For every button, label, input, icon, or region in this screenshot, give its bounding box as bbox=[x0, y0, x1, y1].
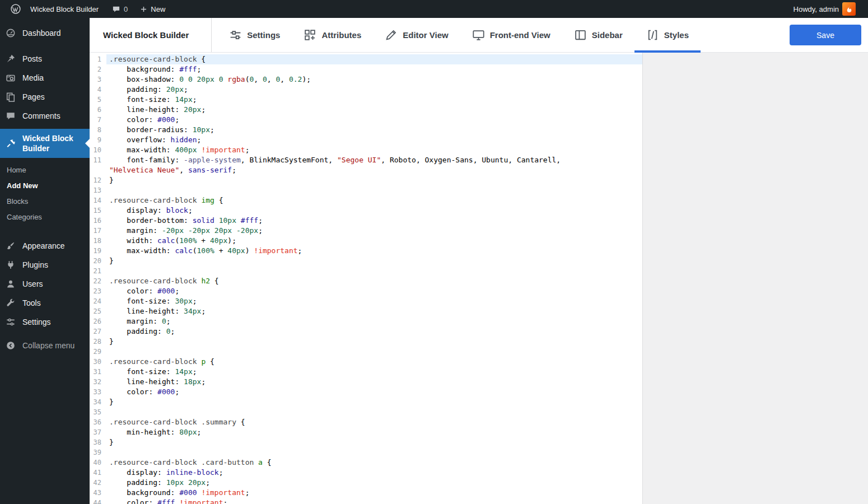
admin-bar-new[interactable]: New bbox=[136, 0, 170, 18]
wrench-icon bbox=[6, 298, 17, 308]
code-line[interactable]: 3 box-shadow: 0 0 20px 0 rgba(0, 0, 0, 0… bbox=[90, 74, 642, 85]
code-line[interactable]: 27 padding: 0; bbox=[90, 326, 642, 337]
avatar bbox=[842, 2, 856, 16]
css-code-editor[interactable]: 1.resource-card-block {2 background: #ff… bbox=[90, 53, 643, 504]
code-line[interactable]: 29 bbox=[90, 347, 642, 357]
code-line[interactable]: 43 background: #000 !important; bbox=[90, 488, 642, 498]
code-line[interactable]: 34} bbox=[90, 397, 642, 407]
code-line[interactable]: 24 font-size: 30px; bbox=[90, 296, 642, 306]
code-line[interactable]: 21 bbox=[90, 266, 642, 276]
code-line[interactable]: "Helvetica Neue", sans-serif; bbox=[90, 165, 642, 175]
code-line[interactable]: 12} bbox=[90, 175, 642, 185]
hammer-icon bbox=[6, 138, 17, 148]
comments-bubble-icon bbox=[112, 5, 120, 13]
save-button[interactable]: Save bbox=[790, 25, 861, 45]
line-number: 10 bbox=[90, 145, 106, 155]
code-line[interactable]: 20} bbox=[90, 256, 642, 266]
code-line[interactable]: 5 font-size: 14px; bbox=[90, 95, 642, 105]
sidebar-item-posts[interactable]: Posts bbox=[0, 49, 90, 68]
code-line[interactable]: 9 overflow: hidden; bbox=[90, 135, 642, 145]
submenu-item-home[interactable]: Home bbox=[0, 162, 90, 178]
admin-bar-site-name[interactable]: Wicked Block Builder bbox=[26, 0, 103, 18]
code-line[interactable]: 33 color: #000; bbox=[90, 387, 642, 397]
line-number: 13 bbox=[90, 185, 106, 195]
code-line[interactable]: 37 min-height: 80px; bbox=[90, 427, 642, 437]
code-line[interactable]: 1.resource-card-block { bbox=[90, 54, 642, 64]
code-line[interactable]: 26 margin: 0; bbox=[90, 316, 642, 326]
line-number: 21 bbox=[90, 266, 106, 276]
code-line[interactable]: 23 color: #000; bbox=[90, 286, 642, 296]
code-line[interactable]: 25 line-height: 34px; bbox=[90, 306, 642, 316]
sidebar-item-dashboard[interactable]: Dashboard bbox=[0, 24, 90, 43]
code-line[interactable]: 22.resource-card-block h2 { bbox=[90, 276, 642, 286]
code-line[interactable]: 44 color: #fff !important; bbox=[90, 498, 642, 504]
sidebar-item-plugins[interactable]: Plugins bbox=[0, 255, 90, 274]
code-line[interactable]: 35 bbox=[90, 407, 642, 417]
code-line[interactable]: 18 width: calc(100% + 40px); bbox=[90, 236, 642, 246]
code-line[interactable]: 31 font-size: 14px; bbox=[90, 367, 642, 377]
line-number: 14 bbox=[90, 195, 106, 206]
submenu-item-add-new[interactable]: Add New bbox=[0, 178, 90, 194]
submenu-item-blocks[interactable]: Blocks bbox=[0, 194, 90, 209]
sidebar-item-users[interactable]: Users bbox=[0, 274, 90, 293]
code-line[interactable]: 2 background: #fff; bbox=[90, 64, 642, 74]
code-line[interactable]: 8 border-radius: 10px; bbox=[90, 125, 642, 135]
dashboard-icon bbox=[6, 28, 17, 38]
line-number: 30 bbox=[90, 357, 106, 367]
line-number: 31 bbox=[90, 367, 106, 377]
wordpress-logo-menu[interactable] bbox=[6, 0, 26, 18]
submenu-item-categories[interactable]: Categories bbox=[0, 209, 90, 225]
line-number: 3 bbox=[90, 74, 106, 85]
code-line[interactable]: 6 line-height: 20px; bbox=[90, 105, 642, 115]
code-line[interactable]: 11 font-family: -apple-system, BlinkMacS… bbox=[90, 155, 642, 165]
wbb-submenu: Home Add New Blocks Categories bbox=[0, 158, 90, 225]
code-line[interactable]: 14.resource-card-block img { bbox=[90, 195, 642, 206]
howdy-account-menu[interactable]: Howdy, admin bbox=[789, 0, 860, 18]
admin-bar-comments[interactable]: 0 bbox=[108, 0, 132, 18]
line-number: 36 bbox=[90, 417, 106, 427]
code-line[interactable]: 36.resource-card-block .summary { bbox=[90, 417, 642, 427]
comments-count: 0 bbox=[124, 5, 128, 13]
line-number: 8 bbox=[90, 125, 106, 135]
sidebar-item-wicked-block-builder[interactable]: Wicked Block Builder bbox=[0, 129, 90, 158]
admin-sidebar: Dashboard Posts Media Pages Comments bbox=[0, 18, 90, 504]
code-line[interactable]: 28} bbox=[90, 337, 642, 347]
code-line[interactable]: 32 line-height: 18px; bbox=[90, 377, 642, 387]
admin-bar: Wicked Block Builder 0 New Howdy, admin bbox=[0, 0, 868, 18]
tab-editor-view[interactable]: Editor View bbox=[373, 18, 460, 52]
tab-styles[interactable]: Styles bbox=[634, 18, 701, 52]
camera-icon bbox=[6, 73, 17, 83]
sidebar-item-pages[interactable]: Pages bbox=[0, 87, 90, 106]
line-number: 41 bbox=[90, 468, 106, 478]
code-line[interactable]: 4 padding: 20px; bbox=[90, 85, 642, 95]
code-line[interactable]: 42 padding: 10px 20px; bbox=[90, 478, 642, 488]
sidebar-item-media[interactable]: Media bbox=[0, 68, 90, 87]
code-line[interactable]: 7 color: #000; bbox=[90, 115, 642, 125]
code-line[interactable]: 38} bbox=[90, 437, 642, 447]
code-line[interactable]: 17 margin: -20px -20px 20px -20px; bbox=[90, 226, 642, 236]
styles-icon bbox=[646, 29, 659, 41]
line-number: 38 bbox=[90, 437, 106, 447]
code-line[interactable]: 39 bbox=[90, 447, 642, 458]
tab-attributes[interactable]: Attributes bbox=[292, 18, 373, 52]
tab-settings[interactable]: Settings bbox=[217, 18, 292, 52]
code-line[interactable]: 13 bbox=[90, 185, 642, 195]
code-line[interactable]: 10 max-width: 400px !important; bbox=[90, 145, 642, 155]
sidebar-item-appearance[interactable]: Appearance bbox=[0, 236, 90, 255]
sidebar-item-settings[interactable]: Settings bbox=[0, 312, 90, 332]
sidebar-item-comments[interactable]: Comments bbox=[0, 106, 90, 125]
code-line[interactable]: 15 display: block; bbox=[90, 206, 642, 216]
user-icon bbox=[6, 279, 17, 289]
howdy-text: Howdy, admin bbox=[794, 5, 839, 13]
code-line[interactable]: 19 max-width: calc(100% + 40px) !importa… bbox=[90, 246, 642, 256]
tab-sidebar[interactable]: Sidebar bbox=[562, 18, 634, 52]
tab-front-end-view[interactable]: Front-end View bbox=[460, 18, 562, 52]
code-line[interactable]: 40.resource-card-block .card-button a { bbox=[90, 458, 642, 468]
editor-region: 1.resource-card-block {2 background: #ff… bbox=[90, 53, 868, 504]
line-number: 26 bbox=[90, 316, 106, 326]
code-line[interactable]: 41 display: inline-block; bbox=[90, 468, 642, 478]
sidebar-item-tools[interactable]: Tools bbox=[0, 293, 90, 312]
code-line[interactable]: 16 border-bottom: solid 10px #fff; bbox=[90, 216, 642, 226]
code-line[interactable]: 30.resource-card-block p { bbox=[90, 357, 642, 367]
collapse-menu-button[interactable]: Collapse menu bbox=[0, 336, 90, 355]
